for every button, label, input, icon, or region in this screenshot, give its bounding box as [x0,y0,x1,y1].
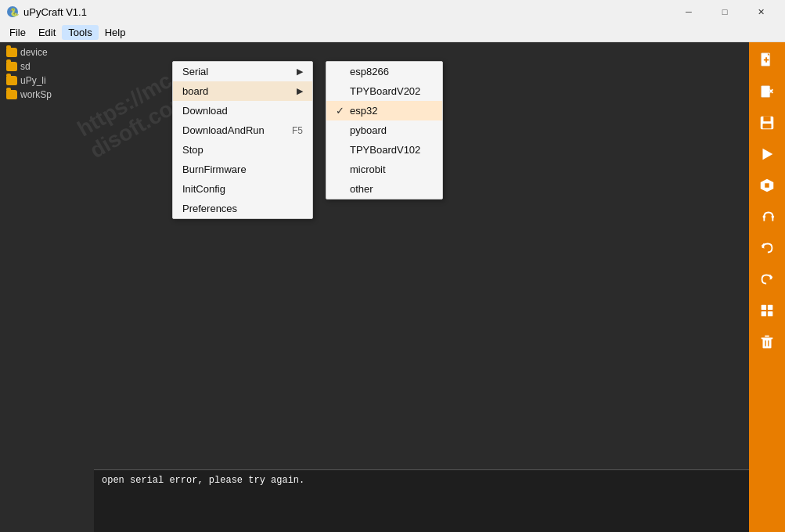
menu-edit[interactable]: Edit [32,25,62,40]
menu-tools-serial[interactable]: Serial ▶ [173,62,312,81]
connect-icon [758,208,776,225]
menu-help[interactable]: Help [99,25,132,40]
title-bar-left: 🐍 uPyCraft V1.1 [6,5,87,18]
board-submenu: esp8266 TPYBoardV202 ✓ esp32 pyboard TPY… [326,61,443,200]
svg-text:🐍: 🐍 [9,7,19,17]
connect-button[interactable] [752,202,782,232]
board-other[interactable]: other [326,179,442,199]
svg-rect-27 [763,338,772,348]
svg-rect-26 [768,311,772,316]
open-file-icon [758,83,776,100]
delete-button[interactable] [752,327,782,357]
shortcut-f5: F5 [292,125,303,136]
tools-menu: Serial ▶ board ▶ Download DownloadAndRun… [172,61,313,219]
folder-icon [6,76,17,85]
folder-icon [6,48,17,57]
menu-tools-burnfirmware[interactable]: BurnFirmware [173,160,312,179]
board-pyboard[interactable]: pyboard [326,120,442,140]
redo-button[interactable] [752,264,782,294]
menu-file[interactable]: File [3,25,32,40]
sidebar-item-workspace[interactable]: workSp [0,88,94,102]
check-icon: ✓ [336,105,345,117]
app-icon: 🐍 [6,5,19,18]
folder-icon [6,90,17,99]
board-esp8266[interactable]: esp8266 [326,62,442,81]
arrow-icon: ▶ [297,86,303,96]
sidebar-item-upylib[interactable]: uPy_li [0,74,94,88]
board-esp32[interactable]: ✓ esp32 [326,101,442,120]
svg-rect-12 [763,117,770,121]
title-bar-controls: ─ □ ✕ [671,0,779,23]
arrow-icon: ▶ [297,66,303,77]
sidebar: device sd uPy_li workSp [0,42,94,532]
upload-icon [758,302,776,319]
svg-rect-13 [763,124,772,128]
menu-tools-stop[interactable]: Stop [173,140,312,160]
content-area: https://mcdisoft.com open serial error, … [94,42,749,532]
title-bar-title: uPyCraft V1.1 [23,6,87,18]
close-button[interactable]: ✕ [743,0,779,23]
board-tpyboardv202[interactable]: TPYBoardV202 [326,81,442,101]
main-layout: device sd uPy_li workSp https://mcdisoft… [0,42,785,532]
new-file-button[interactable] [752,45,782,75]
stop-icon [758,177,776,194]
terminal: open serial error, please try again. [94,469,749,532]
svg-marker-14 [763,149,773,160]
menu-bar: File Edit Tools Help [0,23,785,42]
board-microbit[interactable]: microbit [326,160,442,179]
run-button[interactable] [752,139,782,169]
svg-rect-24 [762,311,766,316]
menu-tools-initconfig[interactable]: InitConfig [173,179,312,199]
stop-button[interactable] [752,171,782,200]
save-button[interactable] [752,108,782,138]
svg-rect-16 [765,183,769,188]
sidebar-item-device[interactable]: device [0,45,94,59]
board-tpyboardv102[interactable]: TPYBoardV102 [326,140,442,160]
maximize-button[interactable]: □ [707,0,743,23]
open-file-button[interactable] [752,77,782,106]
title-bar: 🐍 uPyCraft V1.1 ─ □ ✕ [0,0,785,23]
run-icon [758,146,776,163]
menu-tools[interactable]: Tools [62,25,98,40]
menu-tools-board[interactable]: board ▶ [173,81,312,101]
redo-icon [758,271,776,288]
terminal-text: open serial error, please try again. [102,475,304,486]
right-toolbar [749,42,785,532]
svg-rect-23 [762,305,766,310]
undo-icon [758,239,776,257]
sidebar-item-sd[interactable]: sd [0,59,94,74]
svg-rect-25 [768,305,772,310]
menu-tools-download[interactable]: Download [173,101,312,120]
svg-rect-7 [762,86,770,98]
new-file-icon [758,52,776,69]
folder-icon [6,62,17,71]
menu-tools-downloadandrun[interactable]: DownloadAndRun F5 [173,120,312,140]
upload-button[interactable] [752,296,782,325]
undo-button[interactable] [752,233,782,263]
menu-tools-preferences[interactable]: Preferences [173,199,312,218]
delete-icon [758,333,776,350]
minimize-button[interactable]: ─ [671,0,707,23]
save-icon [758,114,776,131]
